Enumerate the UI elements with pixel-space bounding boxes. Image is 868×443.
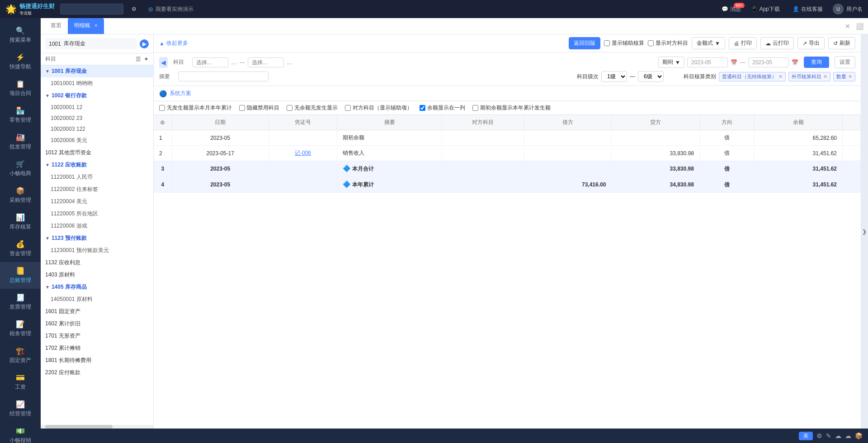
sidebar-item-purchase[interactable]: 📦 采购管理 <box>0 182 41 209</box>
calendar-icon[interactable]: 📅 <box>731 59 737 66</box>
checkbox-show-counter[interactable]: 对方科目（显示辅助项） <box>345 104 412 112</box>
summary-input[interactable] <box>178 71 269 81</box>
sidebar-item-business[interactable]: 📈 经营管理 <box>0 395 41 422</box>
sidebar-item-finance[interactable]: 💰 资金管理 <box>0 235 41 262</box>
tree-item-1801[interactable]: 1801 长期待摊费用 <box>41 354 153 367</box>
category-remove-btn-2[interactable]: ✕ <box>823 74 827 80</box>
tree-scrollbar[interactable] <box>41 425 153 429</box>
tree-item-11220006[interactable]: 11220006 游戏 <box>41 220 153 232</box>
collapse-more-btn[interactable]: ▲ 收起更多 <box>159 39 188 47</box>
sidebar-item-wholesale[interactable]: 🏭 批发管理 <box>0 129 41 155</box>
tree-item-10020001[interactable]: 10020001 12 <box>41 102 153 113</box>
tab-maximize-btn[interactable]: ⬜ <box>855 22 864 31</box>
tab-close-icon[interactable]: ✕ <box>94 23 98 28</box>
calendar-icon-2[interactable]: 📅 <box>792 59 798 66</box>
left-panel-toggle-btn[interactable]: ◀ <box>159 57 168 68</box>
show-counter-checkbox-label[interactable]: 显示对方科目 <box>648 39 688 47</box>
tree-item-10020006[interactable]: 10020006 美元 <box>41 134 153 147</box>
user-area[interactable]: U 用户名 <box>833 4 863 14</box>
tree-item-1405[interactable]: ▼ 1405 库存商品 <box>41 281 153 293</box>
sidebar-item-inventory[interactable]: 📊 库存核算 <box>0 209 41 235</box>
show-aux-checkbox[interactable] <box>604 40 610 46</box>
sidebar-item-quick-nav[interactable]: ⚡ 快捷导航 <box>0 48 41 75</box>
show-aux-checkbox-label[interactable]: 显示辅助核算 <box>604 39 644 47</box>
sidebar-item-payroll[interactable]: 💳 工资 <box>0 369 41 395</box>
sidebar-item-fixed-assets[interactable]: 🏗️ 固定资产 <box>0 342 41 369</box>
sidebar-item-search[interactable]: 🔍 搜索菜单 <box>0 22 41 48</box>
sidebar-item-tax[interactable]: 📝 税务管理 <box>0 315 41 342</box>
tree-item-10020003[interactable]: 10020003 122 <box>41 124 153 134</box>
table-col-settings[interactable]: ⚙ <box>154 115 172 130</box>
cloud-print-btn[interactable]: ☁ 云打印 <box>760 37 794 49</box>
sidebar-item-retail[interactable]: 🏪 零售管理 <box>0 102 41 129</box>
status-edit-btn[interactable]: ✎ <box>826 432 831 439</box>
checkbox-no-balance-hide-input[interactable] <box>287 105 292 111</box>
date-from-input[interactable] <box>687 57 728 67</box>
settings-gear-btn[interactable]: ⚙ <box>129 4 139 14</box>
tab-close-window-btn[interactable]: ✕ <box>844 22 851 31</box>
demo-link[interactable]: ◎ 我要看实例演示 <box>148 5 193 13</box>
settings-btn[interactable]: 设置 <box>835 56 855 68</box>
status-package-btn[interactable]: 📦 <box>855 432 863 439</box>
status-cloud-btn-2[interactable]: ☁ <box>845 432 851 439</box>
table-cell-voucher[interactable]: 记-006 <box>269 146 337 161</box>
show-counter-checkbox[interactable] <box>648 40 654 46</box>
checkbox-balance-col[interactable]: 余额显示在一列 <box>420 104 465 112</box>
checkbox-hide-disabled-input[interactable] <box>239 105 245 111</box>
tree-item-1002[interactable]: ▼ 1002 银行存款 <box>41 90 153 102</box>
tree-item-1122[interactable]: ▼ 1122 应收账款 <box>41 159 153 171</box>
print-btn[interactable]: 🖨 打印 <box>729 37 757 49</box>
message-btn[interactable]: 💬 99+ 消息 <box>722 5 741 13</box>
account-tree-nav-btn[interactable]: ▶ <box>140 39 149 48</box>
tree-item-11220004[interactable]: 11220004 美元 <box>41 195 153 208</box>
status-lang-btn[interactable]: 英 <box>799 432 813 440</box>
checkbox-opening-balance-input[interactable] <box>472 105 478 111</box>
return-old-btn[interactable]: 返回旧版 <box>569 37 600 49</box>
status-settings-btn[interactable]: ⚙ <box>816 432 822 439</box>
checkbox-balance-col-input[interactable] <box>420 105 425 111</box>
subject-input[interactable] <box>192 57 228 67</box>
sidebar-item-invoice[interactable]: 🧾 发票管理 <box>0 289 41 315</box>
tree-item-11220002[interactable]: 11220002 往来标签 <box>41 183 153 195</box>
sidebar-item-ledger[interactable]: 📒 总账管理 <box>0 262 41 289</box>
subject-input-to[interactable] <box>248 57 284 67</box>
tree-item-11230001[interactable]: 11230001 预付账款美元 <box>41 244 153 257</box>
tree-collapse-btn[interactable]: ✦ <box>144 56 149 62</box>
tree-item-1602[interactable]: 1602 累计折旧 <box>41 318 153 330</box>
date-to-input[interactable] <box>748 57 789 67</box>
tree-item-10010001[interactable]: 10010001 哟哟哟 <box>41 77 153 90</box>
refresh-btn[interactable]: ↺ 刷新 <box>828 37 855 49</box>
subject-more-btn-2[interactable]: … <box>287 59 292 66</box>
checkbox-show-counter-input[interactable] <box>345 105 351 111</box>
query-btn[interactable]: 查询 <box>804 57 829 68</box>
top-search-input[interactable] <box>60 4 123 14</box>
tree-item-1601[interactable]: 1601 固定资产 <box>41 305 153 318</box>
app-download-btn[interactable]: 📱 App下载 <box>748 4 783 15</box>
tree-item-1702[interactable]: 1702 累计摊销 <box>41 342 153 354</box>
amount-style-btn[interactable]: 金额式 ▼ <box>692 37 725 49</box>
status-cloud-btn[interactable]: ☁ <box>835 432 841 439</box>
tree-expand-btn[interactable]: ☰ <box>136 56 141 62</box>
tree-item-14050001[interactable]: 14050001 原材料 <box>41 293 153 305</box>
tree-item-11220001[interactable]: 11220001 人民币 <box>41 171 153 183</box>
tree-item-11220005[interactable]: 11220005 所在地区 <box>41 208 153 220</box>
checkbox-hide-disabled[interactable]: 隐藏禁用科目 <box>239 104 279 112</box>
tree-item-1001[interactable]: ▼ 1001 库存现金 <box>41 65 153 77</box>
tree-item-1132[interactable]: 1132 应收利息 <box>41 257 153 269</box>
plan-title[interactable]: 系统方案 <box>170 90 191 97</box>
export-btn[interactable]: ↗ 导出 <box>797 37 825 49</box>
tree-item-2202[interactable]: 2202 应付账款 <box>41 367 153 379</box>
checkbox-no-balance-show-input[interactable] <box>159 105 165 111</box>
tree-item-10020002[interactable]: 10020002 23 <box>41 113 153 124</box>
category-remove-btn-3[interactable]: ✕ <box>848 74 852 80</box>
voucher-link[interactable]: 记-006 <box>295 150 311 156</box>
level-to-select[interactable]: 6级2级3级 <box>638 71 664 82</box>
period-type-select[interactable]: 期间 ▼ <box>658 57 684 68</box>
level-from-select[interactable]: 1级2级3级 <box>601 71 627 82</box>
tree-item-1403[interactable]: 1403 原材料 <box>41 269 153 281</box>
checkbox-no-balance-hide[interactable]: 无余额无发生显示 <box>287 104 338 112</box>
tab-home[interactable]: 首页 <box>44 18 68 34</box>
tree-item-1123[interactable]: ▼ 1123 预付账款 <box>41 232 153 244</box>
sidebar-item-xc-sales[interactable]: 💵 小畅报销 <box>0 422 41 443</box>
category-remove-btn[interactable]: ✕ <box>778 74 783 80</box>
